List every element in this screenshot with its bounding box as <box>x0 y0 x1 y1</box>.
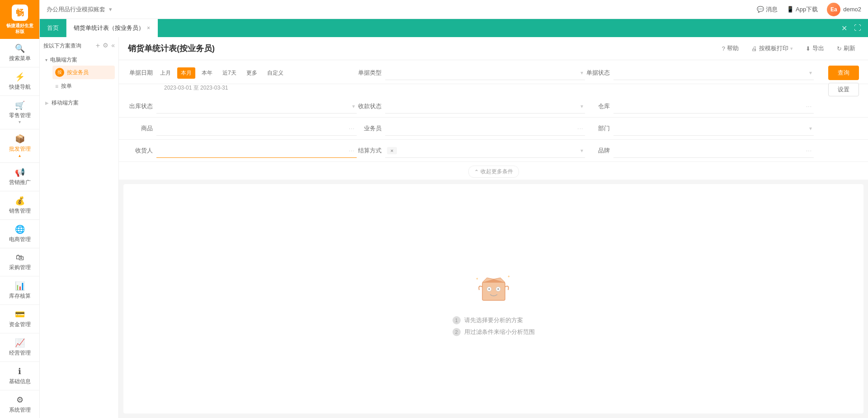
sidebar-item-purchase[interactable]: 🛍 采购管理 <box>0 248 39 276</box>
docstatus-label: 单据状态 <box>585 69 610 77</box>
tree-item-by-order[interactable]: ≡ 按单 <box>52 80 115 92</box>
collapse-panel-icon[interactable]: « <box>111 42 115 50</box>
product-input[interactable]: ··· <box>156 121 357 136</box>
topbar-left: 办公用品行业模拟账套 ▾ <box>47 5 112 14</box>
sidebar-item-marketing-label: 营销推广 <box>9 179 31 186</box>
nav-icon: ⚡ <box>15 72 25 82</box>
sidebar-item-wholesale-label: 批发管理 <box>9 145 31 153</box>
date-label: 单据日期 <box>128 69 153 77</box>
date-btn-more[interactable]: 更多 <box>243 67 261 79</box>
sidebar-item-sales[interactable]: 💰 销售管理 <box>0 191 39 220</box>
sidebar-item-system[interactable]: ⚙ 系统管理 <box>0 390 39 418</box>
tabs-bar: 首页 销货单统计表（按业务员） × ✕ ⛶ <box>40 19 868 37</box>
sidebar-item-quick-nav[interactable]: ⚡ 快捷导航 <box>0 67 39 96</box>
department-chevron: ▾ <box>809 125 812 132</box>
sidebar-item-operations[interactable]: 📈 经营管理 <box>0 333 39 362</box>
date-btn-last-month[interactable]: 上月 <box>156 67 175 79</box>
date-btn-this-month[interactable]: 本月 <box>177 67 195 79</box>
date-range-text: 2023-03-01 至 2023-03-31 <box>164 85 228 91</box>
svg-text:✦: ✦ <box>476 277 479 281</box>
page-title-row: 销货单统计表(按业务员) ? 帮助 🖨 按模板打印 ▾ ⬇ <box>128 43 859 54</box>
template-print-button[interactable]: 🖨 按模板打印 ▾ <box>748 43 797 54</box>
date-btn-custom[interactable]: 自定义 <box>264 67 287 79</box>
settlement-select[interactable]: × ▾ <box>385 143 585 158</box>
tabs-right: ✕ ⛶ <box>835 19 868 37</box>
consignee-input[interactable]: ··· <box>156 143 357 158</box>
query-btn-area: 查询 设置 <box>828 66 859 96</box>
hint-list: 1 请先选择要分析的方案 2 用过滤条件来缩小分析范围 <box>453 316 535 336</box>
docstatus-select[interactable]: ▾ <box>613 66 814 80</box>
tree-section-pc[interactable]: ▾ 电脑端方案 <box>43 54 115 66</box>
hint-text-2: 用过滤条件来缩小分析范围 <box>464 328 535 336</box>
outstatus-select[interactable]: ▾ <box>156 99 357 114</box>
home-tab-label: 首页 <box>47 24 59 32</box>
maximize-window-icon[interactable]: ⛶ <box>852 23 863 33</box>
chevron-down-icon: ▾ <box>19 119 21 124</box>
add-plan-icon[interactable]: + <box>96 42 100 50</box>
brand-dots: ··· <box>806 147 812 154</box>
user-name: demo2 <box>843 6 861 13</box>
warehouse-input[interactable]: ··· <box>613 99 814 114</box>
user-avatar: Ea <box>827 3 840 16</box>
main-area: 办公用品行业模拟账套 ▾ 💬 消息 📱 App下载 Ea demo2 首页 <box>40 0 868 418</box>
sidebar-item-inventory[interactable]: 📊 库存核算 <box>0 276 39 305</box>
active-tab-label: 销货单统计表（按业务员） <box>74 24 144 32</box>
sidebar-item-search[interactable]: 🔍 搜索菜单 <box>0 39 39 67</box>
tab-active[interactable]: 销货单统计表（按业务员） × <box>66 19 158 37</box>
sidebar-item-basic-label: 基础信息 <box>9 378 31 385</box>
settlement-close[interactable]: × <box>391 148 393 153</box>
app-download-button[interactable]: 📱 App下载 <box>787 5 818 14</box>
tree-item-by-salesperson[interactable]: 按 按业务员 <box>52 66 115 79</box>
department-select[interactable]: ▾ <box>613 121 814 136</box>
close-window-icon[interactable]: ✕ <box>839 23 849 33</box>
refresh-button[interactable]: ↻ 刷新 <box>833 43 859 54</box>
sidebar-item-operations-label: 经营管理 <box>9 349 31 357</box>
sidebar-item-ecommerce[interactable]: 🌐 电商管理 <box>0 220 39 248</box>
inventory-icon: 📊 <box>15 281 25 291</box>
salesperson-input[interactable]: ··· <box>385 121 585 136</box>
query-button[interactable]: 查询 <box>828 66 859 80</box>
topbar: 办公用品行业模拟账套 ▾ 💬 消息 📱 App下载 Ea demo2 <box>40 0 868 19</box>
filter-cell-date: 单据日期 上月 本月 本年 近7天 更多 自定义 <box>128 66 357 80</box>
sidebar-item-retail-label: 零售管理 <box>9 112 31 119</box>
filter-cell-docstatus: 单据状态 ▾ <box>585 66 814 80</box>
brand-input[interactable]: ··· <box>613 143 814 158</box>
export-button[interactable]: ⬇ 导出 <box>802 43 828 54</box>
svg-rect-0 <box>482 282 505 300</box>
plan-tree: ▾ 电脑端方案 按 按业务员 ≡ 按单 ▶ 移动端方案 <box>43 54 115 413</box>
settings-plan-icon[interactable]: ⚙ <box>103 42 108 50</box>
workspace-dropdown-icon[interactable]: ▾ <box>109 6 112 13</box>
sidebar-item-retail[interactable]: 🛒 零售管理 ▾ <box>0 96 39 129</box>
sidebar-item-wholesale[interactable]: 📦 批发管理 ▴ <box>0 129 39 163</box>
date-btn-this-year[interactable]: 本年 <box>198 67 216 79</box>
header-icons: + ⚙ « <box>96 42 115 50</box>
tab-close-icon[interactable]: × <box>147 25 150 31</box>
sidebar-item-marketing[interactable]: 📢 营销推广 <box>0 163 39 191</box>
help-label: 帮助 <box>727 44 739 52</box>
settlement-tag: × <box>387 147 397 154</box>
settlement-label: 结算方式 <box>357 147 382 155</box>
sidebar-item-basic[interactable]: ℹ 基础信息 <box>0 362 39 390</box>
filter-cell-doctype: 单据类型 ▾ <box>357 66 585 80</box>
logo-icon: 畅 <box>12 5 28 21</box>
doctype-select[interactable]: ▾ <box>385 66 585 80</box>
tree-section-mobile[interactable]: ▶ 移动端方案 <box>43 97 115 109</box>
collapse-button[interactable]: ⌃ 收起更多条件 <box>468 166 519 178</box>
sidebar-item-ecommerce-label: 电商管理 <box>9 236 31 243</box>
user-area[interactable]: Ea demo2 <box>827 3 861 16</box>
hint-num-2: 2 <box>453 328 461 336</box>
filter-cell-warehouse: 仓库 ··· <box>585 99 814 114</box>
settings-button[interactable]: 设置 <box>828 83 859 96</box>
date-btn-7days[interactable]: 近7天 <box>219 67 240 79</box>
sidebar-item-finance[interactable]: 💳 资金管理 <box>0 305 39 333</box>
svg-point-3 <box>488 288 490 290</box>
template-chevron-icon: ▾ <box>790 46 793 52</box>
ecommerce-icon: 🌐 <box>15 224 25 234</box>
app-logo[interactable]: 畅 畅捷通好生意 标版 <box>0 0 39 39</box>
order-icon: ≡ <box>55 83 58 90</box>
export-icon: ⬇ <box>806 45 811 52</box>
receiptstatus-select[interactable]: ▾ <box>385 99 585 114</box>
tab-home[interactable]: 首页 <box>40 19 66 37</box>
message-button[interactable]: 💬 消息 <box>757 5 778 14</box>
help-button[interactable]: ? 帮助 <box>718 43 742 54</box>
